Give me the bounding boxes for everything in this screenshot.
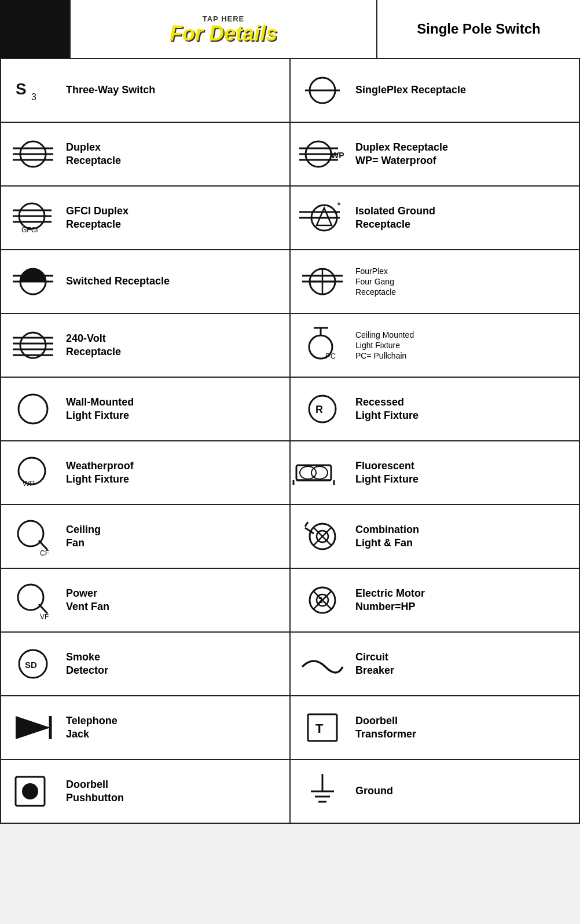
svg-point-47 (311, 466, 328, 479)
cell-three-way-switch: S 3 Three-Way Switch (1, 59, 290, 123)
cell-electric-motor: 2 Electric MotorNumber=HP (290, 569, 579, 633)
symbol-three-way-switch: S 3 (7, 70, 59, 111)
svg-point-31 (20, 333, 46, 358)
cell-switched-receptacle: Switched Receptacle (1, 250, 290, 314)
svg-text:*: * (337, 200, 341, 211)
cell-ceiling-mounted: PC Ceiling MountedLight FixturePC= Pullc… (290, 314, 579, 378)
cell-recessed: R RecessedLight Fixture (290, 378, 579, 441)
svg-marker-19 (317, 208, 332, 225)
label-switched-receptacle: Switched Receptacle (66, 275, 170, 288)
label-power-vent: PowerVent Fan (66, 587, 109, 614)
header-black-box (0, 0, 69, 58)
label-three-way-switch: Three-Way Switch (66, 83, 155, 97)
label-combo-light-fan: CombinationLight & Fan (355, 523, 419, 550)
symbol-singleplex-receptacle (296, 70, 348, 111)
symbol-circuit-breaker (296, 644, 348, 684)
cell-wall-mounted: Wall-MountedLight Fixture (1, 378, 290, 441)
cell-fluorescent: FluorescentLight Fixture (290, 441, 579, 505)
label-singleplex-receptacle: SinglePlex Receptacle (355, 83, 466, 97)
cell-240volt: 240-VoltReceptacle (1, 314, 290, 378)
label-electric-motor: Electric MotorNumber=HP (355, 587, 425, 614)
cell-ground: Ground (290, 760, 579, 824)
cell-fourplex: FourPlexFour GangReceptacle (290, 250, 579, 314)
symbol-duplex-wp: WP (296, 134, 348, 174)
cell-combo-light-fan: CombinationLight & Fan (290, 505, 579, 569)
label-ceiling-mounted: Ceiling MountedLight FixturePC= Pullchai… (355, 330, 414, 361)
label-weatherproof: WeatherproofLight Fixture (66, 459, 134, 487)
label-duplex-receptacle: DuplexReceptacle (66, 141, 121, 168)
label-smoke-detector: SmokeDetector (66, 651, 108, 678)
label-wall-mounted: Wall-MountedLight Fixture (66, 396, 134, 423)
symbol-telephone-jack (7, 707, 59, 748)
svg-point-75 (22, 783, 38, 799)
svg-point-40 (19, 395, 47, 423)
symbols-grid: S 3 Three-Way Switch SinglePlex Receptac… (0, 59, 580, 824)
svg-text:VF: VF (40, 613, 49, 621)
symbol-doorbell-transformer: T (296, 707, 348, 748)
svg-text:SD: SD (25, 660, 37, 670)
symbol-240volt (7, 325, 59, 366)
for-details-label: For Details (170, 23, 277, 44)
cell-telephone-jack: TelephoneJack (1, 696, 290, 760)
cell-doorbell-transformer: T DoorbellTransformer (290, 696, 579, 760)
label-telephone-jack: TelephoneJack (66, 714, 118, 742)
symbol-power-vent: VF (7, 580, 59, 620)
svg-text:GFCI: GFCI (21, 226, 38, 234)
symbol-ground (296, 771, 348, 812)
svg-line-52 (39, 540, 47, 550)
header-right-label: Single Pole Switch (377, 0, 580, 58)
symbol-switched-receptacle (7, 261, 59, 302)
svg-text:CF: CF (40, 549, 49, 557)
label-240volt: 240-VoltReceptacle (66, 332, 121, 359)
cell-power-vent: VF PowerVent Fan (1, 569, 290, 633)
label-isolated-ground: Isolated GroundReceptacle (355, 204, 435, 232)
header: TAP HERE For Details Single Pole Switch (0, 0, 580, 59)
main-container: TAP HERE For Details Single Pole Switch … (0, 0, 580, 824)
label-duplex-wp: Duplex ReceptacleWP= Waterproof (355, 141, 448, 168)
cell-singleplex-receptacle: SinglePlex Receptacle (290, 59, 579, 123)
symbol-ceiling-mounted: PC (296, 325, 348, 366)
svg-line-59 (305, 522, 308, 527)
label-ceiling-fan: CeilingFan (66, 523, 101, 550)
symbol-weatherproof: WP (7, 452, 59, 493)
label-circuit-breaker: CircuitBreaker (355, 651, 394, 678)
label-recessed: RecessedLight Fixture (355, 396, 419, 423)
symbol-gfci: GFCI (7, 198, 59, 238)
svg-marker-70 (16, 716, 50, 739)
svg-text:R: R (315, 404, 323, 415)
cell-duplex-receptacle: DuplexReceptacle (1, 123, 290, 187)
svg-rect-45 (296, 465, 331, 480)
symbol-smoke-detector: SD (7, 644, 59, 684)
label-fourplex: FourPlexFour GangReceptacle (355, 266, 396, 298)
symbol-duplex-receptacle (7, 134, 59, 174)
symbol-combo-light-fan (296, 516, 348, 557)
cell-weatherproof: WP WeatherproofLight Fixture (1, 441, 290, 505)
cell-duplex-wp: WP Duplex ReceptacleWP= Waterproof (290, 123, 579, 187)
label-doorbell-pushbutton: DoorbellPushbutton (66, 778, 124, 805)
symbol-ceiling-fan: CF (7, 516, 59, 557)
symbol-recessed: R (296, 389, 348, 429)
label-ground: Ground (355, 784, 393, 798)
cell-doorbell-pushbutton: DoorbellPushbutton (1, 760, 290, 824)
svg-text:PC: PC (325, 352, 336, 360)
svg-text:T: T (315, 721, 324, 736)
header-tap-area[interactable]: TAP HERE For Details (69, 0, 377, 58)
label-doorbell-transformer: DoorbellTransformer (355, 714, 416, 742)
symbol-electric-motor: 2 (296, 580, 348, 620)
svg-text:WP: WP (331, 151, 344, 160)
svg-text:3: 3 (31, 92, 36, 102)
cell-smoke-detector: SD SmokeDetector (1, 633, 290, 696)
cell-ceiling-fan: CF CeilingFan (1, 505, 290, 569)
symbol-isolated-ground: * (296, 198, 348, 238)
symbol-fluorescent (296, 452, 348, 493)
symbol-fourplex (296, 261, 348, 302)
label-fluorescent: FluorescentLight Fixture (355, 459, 419, 487)
svg-text:WP: WP (23, 479, 35, 488)
symbol-doorbell-pushbutton (7, 771, 59, 812)
cell-isolated-ground: * Isolated GroundReceptacle (290, 187, 579, 250)
label-gfci: GFCI DuplexReceptacle (66, 204, 129, 232)
svg-line-61 (39, 604, 47, 613)
svg-text:S: S (16, 80, 27, 98)
symbol-wall-mounted (7, 389, 59, 429)
cell-circuit-breaker: CircuitBreaker (290, 633, 579, 696)
